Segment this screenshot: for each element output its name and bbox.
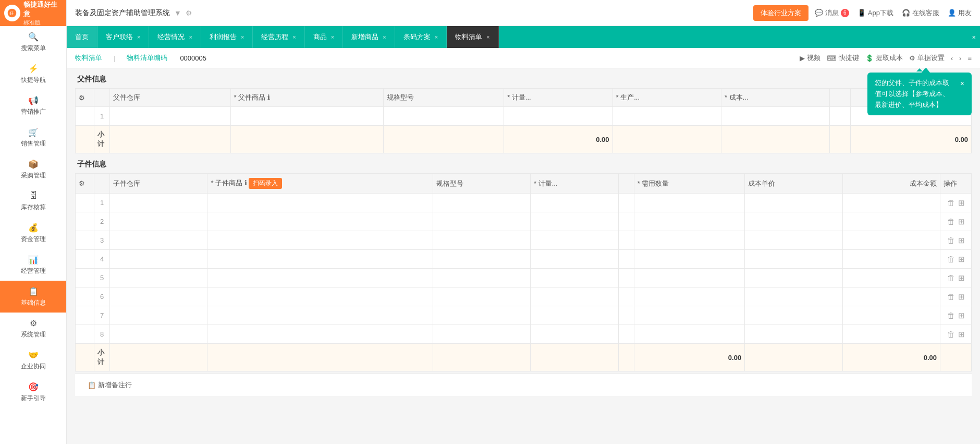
user-action[interactable]: 👤 用友 bbox=[948, 8, 972, 18]
child-cell-unit-2[interactable] bbox=[531, 212, 619, 231]
cost-tool[interactable]: 💲 提取成本 bbox=[865, 53, 903, 63]
child-cell-quantity-6[interactable] bbox=[634, 287, 744, 306]
child-cell-warehouse-3[interactable] bbox=[110, 231, 207, 250]
tab-profit[interactable]: 利润报告 × bbox=[201, 26, 253, 48]
message-action[interactable]: 💬 消息 6 bbox=[815, 8, 849, 18]
sidebar-item-enterprise[interactable]: 🤝 企业协同 bbox=[0, 344, 66, 376]
copy-icon-8[interactable]: ⊞ bbox=[958, 330, 965, 339]
parent-cell-goods-1[interactable] bbox=[230, 107, 383, 126]
parent-cell-spec-1[interactable] bbox=[383, 107, 504, 126]
app-download-action[interactable]: 📱 App下载 bbox=[858, 8, 893, 18]
tab-customer[interactable]: 客户联络 × bbox=[97, 26, 149, 48]
child-cell-quantity-4[interactable] bbox=[634, 250, 744, 269]
child-cell-unit-8[interactable] bbox=[531, 325, 619, 344]
tabs-end[interactable]: × bbox=[967, 33, 980, 41]
delete-icon-1[interactable]: 🗑 bbox=[947, 198, 955, 207]
child-cell-unitcost-3[interactable] bbox=[745, 231, 842, 250]
child-cell-unitcost-8[interactable] bbox=[745, 325, 842, 344]
sidebar-item-finance[interactable]: 💰 资金管理 bbox=[0, 217, 66, 249]
settings-tool[interactable]: ⚙ 单据设置 bbox=[909, 53, 945, 63]
child-cell-unitcost-5[interactable] bbox=[745, 269, 842, 287]
tab-goods[interactable]: 商品 × bbox=[305, 26, 343, 48]
child-cell-goods-1[interactable] bbox=[207, 194, 433, 212]
child-cell-warehouse-1[interactable] bbox=[110, 194, 207, 212]
tab-bom[interactable]: 物料清单 × bbox=[447, 26, 498, 48]
sidebar-item-operations[interactable]: 📊 经营管理 bbox=[0, 249, 66, 281]
child-cell-goods-8[interactable] bbox=[207, 325, 433, 344]
tab-new-goods[interactable]: 新增商品 × bbox=[343, 26, 395, 48]
child-cell-unit-4[interactable] bbox=[531, 250, 619, 269]
sidebar-item-guide[interactable]: 🎯 新手引导 bbox=[0, 376, 66, 408]
parent-cell-cost-1[interactable] bbox=[721, 107, 830, 126]
tab-operations[interactable]: 经营情况 × bbox=[149, 26, 201, 48]
video-tool[interactable]: ▶ 视频 bbox=[800, 53, 820, 63]
child-cell-warehouse-7[interactable] bbox=[110, 306, 207, 325]
delete-icon-3[interactable]: 🗑 bbox=[947, 236, 955, 245]
delete-icon-6[interactable]: 🗑 bbox=[947, 292, 955, 301]
sidebar-item-marketing[interactable]: 📢 营销推广 bbox=[0, 90, 66, 122]
child-cell-goods-4[interactable] bbox=[207, 250, 433, 269]
child-cell-warehouse-4[interactable] bbox=[110, 250, 207, 269]
list-button[interactable]: ≡ bbox=[967, 54, 972, 62]
sidebar-item-basic-info[interactable]: 📋 基础信息 bbox=[0, 281, 66, 313]
child-cell-goods-6[interactable] bbox=[207, 287, 433, 306]
child-cell-unitcost-6[interactable] bbox=[745, 287, 842, 306]
tab-customer-close[interactable]: × bbox=[137, 34, 140, 40]
delete-icon-8[interactable]: 🗑 bbox=[947, 330, 955, 339]
tooltip-close-button[interactable]: × bbox=[960, 78, 964, 89]
child-cell-spec-3[interactable] bbox=[433, 231, 530, 250]
child-cell-quantity-5[interactable] bbox=[634, 269, 744, 287]
child-cell-unitcost-7[interactable] bbox=[745, 306, 842, 325]
child-cell-spec-7[interactable] bbox=[433, 306, 530, 325]
child-cell-spec-6[interactable] bbox=[433, 287, 530, 306]
sidebar-item-inventory[interactable]: 🗄 库存核算 bbox=[0, 185, 66, 217]
child-cell-quantity-3[interactable] bbox=[634, 231, 744, 250]
child-cell-unitcost-1[interactable] bbox=[745, 194, 842, 212]
shortcut-tool[interactable]: ⌨ 快捷键 bbox=[827, 53, 859, 63]
dropdown-icon[interactable]: ▼ bbox=[174, 9, 181, 17]
parent-cell-warehouse-1[interactable] bbox=[110, 107, 231, 126]
child-cell-unit-3[interactable] bbox=[531, 231, 619, 250]
delete-icon-7[interactable]: 🗑 bbox=[947, 311, 955, 320]
online-service-action[interactable]: 🎧 在线客服 bbox=[902, 8, 939, 18]
prev-button[interactable]: ‹ bbox=[951, 54, 953, 62]
child-cell-quantity-2[interactable] bbox=[634, 212, 744, 231]
delete-icon-5[interactable]: 🗑 bbox=[947, 273, 955, 282]
tab-barcode-close[interactable]: × bbox=[435, 34, 438, 40]
child-cell-unit-6[interactable] bbox=[531, 287, 619, 306]
child-cell-unit-1[interactable] bbox=[531, 194, 619, 212]
child-cell-quantity-8[interactable] bbox=[634, 325, 744, 344]
child-cell-warehouse-2[interactable] bbox=[110, 212, 207, 231]
sidebar-item-purchase[interactable]: 📦 采购管理 bbox=[0, 153, 66, 185]
copy-icon-5[interactable]: ⊞ bbox=[958, 273, 965, 283]
parent-th-settings[interactable]: ⚙ bbox=[76, 89, 94, 107]
child-cell-goods-3[interactable] bbox=[207, 231, 433, 250]
tab-history-close[interactable]: × bbox=[292, 34, 296, 40]
settings-icon[interactable]: ⚙ bbox=[186, 9, 192, 17]
tab-operations-close[interactable]: × bbox=[189, 34, 192, 40]
copy-icon-3[interactable]: ⊞ bbox=[958, 236, 965, 245]
sidebar-item-system[interactable]: ⚙ 系统管理 bbox=[0, 313, 66, 344]
add-note-button[interactable]: 📋 新增备注行 bbox=[83, 378, 136, 392]
child-cell-quantity-1[interactable] bbox=[634, 194, 744, 212]
child-cell-unit-5[interactable] bbox=[531, 269, 619, 287]
parent-cell-unit-1[interactable] bbox=[504, 107, 612, 126]
child-cell-spec-4[interactable] bbox=[433, 250, 530, 269]
tab-home[interactable]: 首页 bbox=[67, 26, 97, 48]
child-cell-goods-2[interactable] bbox=[207, 212, 433, 231]
copy-icon-2[interactable]: ⊞ bbox=[958, 217, 965, 226]
tab-profit-close[interactable]: × bbox=[241, 34, 244, 40]
child-cell-unitcost-4[interactable] bbox=[745, 250, 842, 269]
child-cell-spec-1[interactable] bbox=[433, 194, 530, 212]
copy-icon-6[interactable]: ⊞ bbox=[958, 292, 965, 302]
tab-goods-close[interactable]: × bbox=[331, 34, 334, 40]
trial-button[interactable]: 体验行业方案 bbox=[753, 5, 808, 21]
delete-icon-4[interactable]: 🗑 bbox=[947, 255, 955, 263]
child-cell-goods-7[interactable] bbox=[207, 306, 433, 325]
child-cell-warehouse-6[interactable] bbox=[110, 287, 207, 306]
copy-icon-7[interactable]: ⊞ bbox=[958, 311, 965, 320]
tab-barcode[interactable]: 条码方案 × bbox=[395, 26, 447, 48]
sidebar-item-sales[interactable]: 🛒 销售管理 bbox=[0, 122, 66, 153]
tab-new-goods-close[interactable]: × bbox=[383, 34, 386, 40]
copy-icon-4[interactable]: ⊞ bbox=[958, 255, 965, 264]
